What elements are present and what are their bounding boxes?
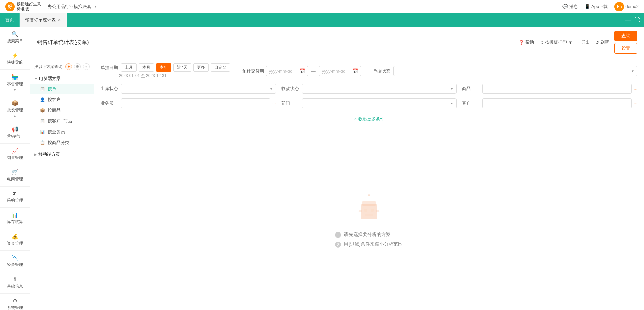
sidebar-item-operations[interactable]: 📉 经营管理 — [0, 251, 30, 272]
department-dropdown-icon: ▼ — [450, 102, 453, 105]
scheme-item-by-customer[interactable]: 👤 按客户 — [30, 94, 94, 105]
settings-button[interactable]: 设置 — [614, 43, 637, 54]
svg-rect-1 — [362, 201, 376, 206]
date-btn-this-year[interactable]: 本年 — [156, 63, 171, 72]
date-btn-last-month[interactable]: 上月 — [121, 63, 137, 72]
tab-sales-order-stats[interactable]: 销售订单统计表 ✕ — [20, 13, 67, 27]
customer-input[interactable] — [485, 101, 629, 106]
svg-point-8 — [368, 194, 370, 196]
logo-area: 好 畅捷通好生意 标准版 — [5, 2, 41, 11]
tab-maximize-icon[interactable]: ⛶ — [635, 17, 640, 23]
sidebar-item-retail-mgmt[interactable]: 🏪 零售管理 ▼ — [0, 70, 30, 96]
sidebar-item-sales-mgmt[interactable]: 📈 销售管理 — [0, 144, 30, 165]
expected-date-dash: — — [310, 69, 317, 74]
sidebar-item-system-mgmt[interactable]: ⚙ 系统管理 — [0, 294, 30, 310]
goods-input[interactable] — [485, 86, 629, 91]
tip-1-num: 1 — [335, 232, 341, 238]
scheme-group-pc: ▼ 电脑端方案 📋 按单 👤 按客户 📦 按商品 — [30, 73, 94, 148]
tab-close-icon[interactable]: ✕ — [58, 18, 61, 22]
date-btn-this-month[interactable]: 本月 — [139, 63, 154, 72]
expected-date-end-input[interactable] — [322, 69, 352, 74]
system-mgmt-icon: ⚙ — [13, 298, 17, 304]
salesperson-more-button[interactable]: ··· — [272, 101, 276, 106]
tab-bar: 首页 销售订单统计表 ✕ — ⛶ — [0, 13, 644, 27]
date-btn-more[interactable]: 更多 — [193, 63, 209, 72]
date-btn-custom[interactable]: 自定义 — [211, 63, 230, 72]
sidebar-item-ecom-mgmt[interactable]: 🛒 电商管理 — [0, 165, 30, 187]
delivery-status-group: 出库状态 ▼ — [101, 84, 276, 94]
expected-date-start-wrapper: 📅 — [266, 66, 308, 76]
sidebar-item-purchase-mgmt[interactable]: 🛍 采购管理 — [0, 187, 30, 208]
refresh-button[interactable]: ↺ 刷新 — [595, 39, 609, 45]
help-button[interactable]: ❓ 帮助 — [519, 39, 534, 45]
app-title-dropdown-icon[interactable]: ▼ — [94, 5, 97, 8]
app-title: 办公用品行业模拟账套 — [48, 4, 91, 10]
goods-more-button[interactable]: ··· — [634, 86, 637, 91]
scheme-item-by-order[interactable]: 📋 按单 — [30, 84, 94, 94]
scheme-item-by-salesperson[interactable]: 📊 按业务员 — [30, 126, 94, 137]
app-download-button[interactable]: 📱 App下载 — [585, 4, 608, 10]
expected-date-start-cal-icon[interactable]: 📅 — [299, 68, 305, 74]
sidebar-item-finance[interactable]: 💰 资金管理 — [0, 229, 30, 251]
scheme-group-mobile: ▶ 移动端方案 — [30, 149, 94, 159]
message-button[interactable]: 💬 消息 — [562, 4, 578, 10]
goods-input-wrapper — [482, 84, 632, 94]
scheme-by-goods-label: 按商品 — [48, 107, 61, 113]
customer-label: 客户 — [462, 100, 480, 106]
sidebar-item-wholesale-mgmt[interactable]: 📦 批发管理 ▲ — [0, 96, 30, 122]
scheme-group-pc-header[interactable]: ▼ 电脑端方案 — [30, 73, 94, 84]
department-select[interactable]: ▼ — [302, 98, 457, 108]
sidebar-item-marketing[interactable]: 📢 营销推广 — [0, 122, 30, 144]
scheme-settings-button[interactable]: ⚙ — [74, 63, 81, 70]
date-btn-7days[interactable]: 近7天 — [173, 63, 191, 72]
scheme-item-by-goods[interactable]: 📦 按商品 — [30, 105, 94, 116]
scheme-collapse-button[interactable]: « — [83, 63, 90, 70]
tab-home[interactable]: 首页 — [0, 13, 20, 27]
wholesale-mgmt-arrow-icon: ▲ — [13, 114, 17, 118]
query-button[interactable]: 查询 — [614, 31, 637, 41]
goods-group: 商品 ··· — [462, 84, 637, 94]
print-icon: 🖨 — [539, 40, 544, 45]
scheme-group-mobile-header[interactable]: ▶ 移动端方案 — [30, 149, 94, 159]
date-range-display: 2023-01-01 至 2023-12-31 — [101, 73, 166, 79]
sidebar-item-retail-mgmt-label: 零售管理 — [7, 81, 23, 87]
template-print-button[interactable]: 🖨 按模板打印 ▼ — [539, 39, 573, 45]
payment-status-label: 收款状态 — [281, 86, 300, 92]
expected-date-group: 预计交货期 📅 — 📅 — [242, 66, 361, 76]
payment-status-select[interactable]: ▼ — [302, 84, 457, 94]
refresh-icon: ↺ — [595, 40, 599, 45]
empty-tip-1: 1 请先选择要分析的方案 — [335, 231, 403, 238]
sidebar-item-search-menu-label: 搜索菜单 — [7, 38, 23, 44]
doc-status-dropdown-icon: ▼ — [631, 69, 634, 73]
salesperson-group: 业务员 ··· — [101, 98, 276, 108]
scheme-add-button[interactable]: + — [65, 63, 72, 70]
doc-status-select[interactable]: ▼ — [393, 66, 637, 76]
sidebar-item-quick-nav-label: 快捷导航 — [7, 60, 23, 65]
delivery-status-select[interactable]: ▼ — [121, 84, 276, 94]
sidebar-item-marketing-label: 营销推广 — [7, 134, 23, 139]
logo-icon: 好 — [5, 2, 15, 11]
sidebar-item-inventory-label: 库存核算 — [7, 219, 23, 225]
export-button[interactable]: ↑ 导出 — [578, 39, 590, 45]
top-bar-right: 💬 消息 📱 App下载 Ea demo2 — [562, 2, 639, 11]
scheme-by-customer-goods-label: 按客户+商品 — [48, 118, 72, 124]
inventory-icon: 📊 — [12, 212, 18, 218]
sidebar: 🔍 搜索菜单 ⚡ 快捷导航 🏪 零售管理 ▼ 📦 批发管理 ▲ 📢 营销推广 📈… — [0, 27, 30, 310]
customer-more-button[interactable]: ··· — [634, 101, 637, 106]
user-menu[interactable]: Ea demo2 — [614, 2, 639, 11]
scheme-item-by-category[interactable]: 📋 按商品分类 — [30, 137, 94, 148]
doc-status-group: 单据状态 ▼ — [373, 66, 637, 76]
salesperson-input[interactable] — [124, 101, 267, 106]
expected-date-end-cal-icon[interactable]: 📅 — [352, 68, 358, 74]
sidebar-item-base-info-label: 基础信息 — [7, 283, 23, 289]
scheme-by-order-icon: 📋 — [40, 86, 45, 92]
sidebar-item-quick-nav[interactable]: ⚡ 快捷导航 — [0, 48, 30, 70]
marketing-icon: 📢 — [12, 126, 18, 133]
expected-date-start-input[interactable] — [269, 69, 299, 74]
sidebar-item-search-menu[interactable]: 🔍 搜索菜单 — [0, 27, 30, 48]
sidebar-item-base-info[interactable]: ℹ 基础信息 — [0, 272, 30, 294]
sidebar-item-inventory[interactable]: 📊 库存核算 — [0, 208, 30, 229]
collapse-button[interactable]: ∧ 收起更多条件 — [101, 113, 637, 125]
scheme-item-by-customer-goods[interactable]: 📋 按客户+商品 — [30, 116, 94, 126]
tab-minimize-icon[interactable]: — — [625, 17, 631, 23]
